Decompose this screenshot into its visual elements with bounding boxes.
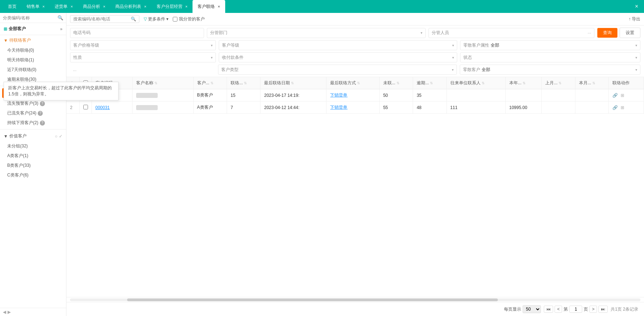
window-close-button[interactable]: × bbox=[632, 3, 641, 10]
sort-no-contact-icon[interactable]: ⇅ bbox=[397, 81, 399, 85]
close-customer-contact-icon[interactable]: × bbox=[218, 0, 220, 13]
per-page-selector: 每页显示 20 50 100 200 bbox=[504, 305, 541, 313]
filter-row-3: 性质 ▾ 收付款条件 ▾ 状态 ▾ bbox=[70, 52, 640, 62]
row-overdue-1: 35 bbox=[413, 89, 446, 102]
col-contact-count: 联络... ⇅ bbox=[227, 77, 260, 89]
sidebar-item-tomorrow-pending[interactable]: 明天待联络(1) bbox=[0, 55, 66, 65]
filter-status[interactable]: 状态 ▾ bbox=[460, 52, 640, 62]
per-page-select[interactable]: 20 50 100 200 bbox=[523, 305, 541, 313]
sidebar-item-c-class[interactable]: C类客户(6) bbox=[0, 170, 66, 180]
row-year-1 bbox=[505, 89, 542, 102]
sort-method-icon[interactable]: ⇅ bbox=[357, 81, 360, 85]
action-grid-icon-1[interactable]: ⊞ bbox=[621, 93, 624, 98]
nav-customer-tier[interactable]: 客户分层经营 × bbox=[152, 0, 193, 13]
search-magnify-icon: 🔍 bbox=[131, 16, 136, 22]
row-no-contact-1: 50 bbox=[379, 89, 413, 102]
sort-level-icon[interactable]: ⇅ bbox=[210, 81, 213, 85]
nav-purchase[interactable]: 进货单 × bbox=[50, 0, 78, 13]
nav-sales[interactable]: 销售单 × bbox=[22, 0, 50, 13]
row-last-method-2: 下销货单 bbox=[326, 102, 379, 114]
row-level-1: B类客户 bbox=[193, 89, 227, 102]
first-page-button[interactable]: ⏮ bbox=[544, 306, 553, 313]
table-row: 2 000031 A类客户 7 2023-04-12 14:44 bbox=[66, 102, 644, 114]
query-button[interactable]: 查询 bbox=[597, 28, 617, 38]
customer-type-arrow-icon: ▾ bbox=[452, 68, 454, 72]
sidebar-item-b-class[interactable]: B类客户(33) bbox=[0, 161, 66, 170]
price-level-arrow-icon: ▾ bbox=[211, 43, 213, 47]
page-number-input[interactable] bbox=[569, 306, 582, 313]
close-product-list-icon[interactable]: × bbox=[144, 0, 146, 13]
customer-table: ⚙ 客户编码 ⇅ 客户名称 bbox=[66, 77, 644, 114]
collapse-icon[interactable]: » bbox=[60, 27, 62, 32]
row-2-checkbox[interactable] bbox=[83, 105, 88, 109]
sidebar-scroll-left-icon[interactable]: ◀ bbox=[3, 310, 6, 315]
my-customers-checkbox[interactable] bbox=[173, 17, 177, 22]
col-last-method: 最后联络方式 ⇅ bbox=[326, 77, 379, 89]
filter-retail-attr[interactable]: 零散客户属性 全部 ▾ bbox=[460, 40, 640, 50]
more-conditions-button[interactable]: ▽ 更多条件 ▾ bbox=[144, 16, 168, 22]
action-link-icon-2[interactable]: 🔗 bbox=[612, 105, 618, 110]
sort-current-month-icon[interactable]: ⇅ bbox=[592, 81, 595, 85]
nav-customer-contact[interactable]: 客户联络 × bbox=[193, 0, 225, 13]
nav-home[interactable]: 首页 bbox=[3, 0, 22, 13]
nav-product-analysis[interactable]: 商品分析 × bbox=[78, 0, 110, 13]
settings-button[interactable]: 设置 bbox=[620, 28, 640, 38]
search-box: 🔍 bbox=[70, 15, 139, 23]
filter-dept[interactable]: 分管部门 ▾ bbox=[207, 28, 426, 38]
sort-overdue-icon[interactable]: ⇅ bbox=[430, 81, 433, 85]
col-last-month: 上月... ⇅ bbox=[542, 77, 575, 89]
sidebar-search-input[interactable] bbox=[3, 15, 57, 20]
filter-price-level[interactable]: 客户价格等级 ▾ bbox=[70, 40, 216, 50]
sort-year-icon[interactable]: ⇅ bbox=[523, 81, 525, 85]
filter-person[interactable]: 分管人员 ··· bbox=[428, 28, 594, 38]
sidebar-item-declining[interactable]: 持续下滑客户(2) ? bbox=[0, 118, 66, 128]
filter-customer-level[interactable]: 客户等级 ▾ bbox=[219, 40, 457, 50]
sidebar-scroll-right-icon[interactable]: ▶ bbox=[8, 310, 11, 315]
check-icon[interactable]: ✓ bbox=[59, 134, 62, 139]
row-overdue-2: 48 bbox=[413, 102, 446, 114]
sort-person-icon[interactable]: ⇅ bbox=[482, 81, 485, 85]
export-button[interactable]: ↑ 导出 bbox=[629, 16, 640, 22]
col-action: 联络动作 bbox=[609, 77, 644, 89]
close-product-analysis-icon[interactable]: × bbox=[103, 0, 105, 13]
sidebar-item-today-pending[interactable]: 今天待联络(0) bbox=[0, 46, 66, 55]
search-input[interactable] bbox=[73, 16, 131, 22]
close-sales-icon[interactable]: × bbox=[42, 0, 45, 13]
filter-payment[interactable]: 收付款条件 ▾ bbox=[219, 52, 457, 62]
sidebar-item-lost[interactable]: 已流失客户(24) ? bbox=[0, 108, 66, 118]
action-link-icon-1[interactable]: 🔗 bbox=[612, 93, 618, 98]
row-contact-count-1: 15 bbox=[227, 89, 260, 102]
filter-phone[interactable]: 电话号码 bbox=[70, 28, 204, 38]
action-grid-icon-2[interactable]: ⊞ bbox=[621, 105, 624, 110]
sidebar-item-a-class[interactable]: A类客户(1) bbox=[0, 151, 66, 161]
filter-gender[interactable]: 性质 ▾ bbox=[70, 52, 216, 62]
row-code-2: 000031 bbox=[92, 102, 132, 114]
prev-page-button[interactable]: < bbox=[555, 306, 562, 313]
nav-product-list[interactable]: 商品分析列表 × bbox=[110, 0, 151, 13]
horizontal-scrollbar[interactable] bbox=[66, 297, 644, 302]
all-customers-header[interactable]: ⊞ 全部客户 » bbox=[0, 23, 66, 35]
dept-arrow-icon: ▾ bbox=[421, 31, 422, 35]
next-page-button[interactable]: > bbox=[589, 306, 597, 313]
pending-group-title[interactable]: ▼ 待联络客户 bbox=[0, 35, 66, 46]
row-level-2: A类客户 bbox=[193, 102, 227, 114]
close-customer-tier-icon[interactable]: × bbox=[185, 0, 187, 13]
sidebar-item-ungroup[interactable]: 未分组(32) bbox=[0, 141, 66, 151]
filter-customer-type[interactable]: 客户类型 ▾ bbox=[218, 65, 457, 75]
filter-rows: 电话号码 分管部门 ▾ 分管人员 ··· 查询 设置 客户价格等级 bbox=[66, 25, 644, 77]
scrollbar-thumb[interactable] bbox=[127, 298, 498, 301]
sort-contact-icon[interactable]: ⇅ bbox=[244, 81, 247, 85]
last-page-button[interactable]: ⏭ bbox=[598, 306, 608, 313]
total-records-label: 共1页 2条记录 bbox=[611, 306, 638, 312]
sort-date-icon[interactable]: ⇅ bbox=[291, 81, 294, 85]
sort-last-month-icon[interactable]: ⇅ bbox=[559, 81, 561, 85]
close-purchase-icon[interactable]: × bbox=[70, 0, 73, 13]
edit-icon[interactable]: ○ bbox=[55, 134, 57, 139]
sidebar-item-7day-pending[interactable]: 近7天待联络(0) bbox=[0, 65, 66, 75]
filter-retail[interactable]: 零散客户 全部 ▾ bbox=[460, 65, 640, 75]
scrollbar-track bbox=[70, 298, 640, 301]
sort-name-icon[interactable]: ⇅ bbox=[154, 81, 157, 85]
table-row: 1 000039 B类客户 15 2023-04-17 14:1 bbox=[66, 89, 644, 102]
row-current-month-1 bbox=[575, 89, 608, 102]
funnel-icon: ▽ bbox=[144, 16, 147, 22]
